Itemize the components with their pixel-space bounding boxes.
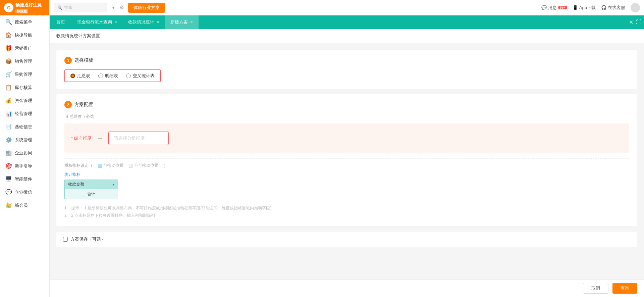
topbar-gear-icon[interactable]: ⚙: [119, 4, 124, 11]
headset-icon: 🎧: [601, 5, 606, 10]
sidebar-label-operation: 经营管理: [15, 111, 32, 117]
radio-detail[interactable]: 明细表: [98, 73, 118, 79]
sidebar-label-marketing: 营销推广: [15, 45, 32, 51]
step2-num: 2: [64, 101, 72, 108]
notification-icon: 💬: [541, 5, 547, 10]
tab-new-plan[interactable]: 新建方案 ✕: [165, 15, 199, 29]
chip-header-text: 收款金额: [68, 182, 84, 187]
sidebar-item-system[interactable]: ⚙️ 系统管理: [0, 133, 49, 146]
sidebar-item-search-menu[interactable]: 🔍 搜索菜单: [0, 15, 49, 29]
indicator-section: 模板指标设定（ 可拖动位置 不可拖动位置 ） 统计指标: [64, 163, 629, 199]
weixin-icon: 💬: [5, 189, 12, 195]
draggable-tag: 可拖动位置: [98, 163, 123, 168]
tab-close-icon[interactable]: ✕: [629, 19, 633, 26]
sidebar-item-quick-nav[interactable]: 🏠 快捷导航: [0, 29, 49, 42]
dimension-section-text: 汇总维度（必选）: [66, 114, 98, 119]
form-body: 1 选择模板 汇总表 明细表 交叉统计表: [50, 43, 644, 279]
dimension-arrow-icon: →: [97, 135, 103, 142]
topbar-search-box[interactable]: 🔍 搜索: [54, 3, 107, 12]
tab-bank-flow[interactable]: 现金银行流水查询 ✕: [72, 15, 123, 29]
tab-collection-stats-close[interactable]: ✕: [156, 20, 160, 24]
sidebar-item-weixin[interactable]: 💬 企业微信: [0, 186, 49, 199]
industry-btn[interactable]: 体验行业方案: [128, 3, 165, 13]
page-title: 收款情况统计方案设置: [56, 33, 100, 38]
sidebar-label-search-menu: 搜索菜单: [15, 19, 32, 25]
step1-num: 1: [64, 57, 72, 64]
not-draggable-dot: [129, 164, 133, 168]
step2-section: 2 方案配置 汇总维度（必选） * 纵向维度 → 请选择分组维度: [56, 94, 637, 226]
dimension-area: * 纵向维度 → 请选择分组维度: [64, 123, 629, 153]
sidebar: C 畅捷通好生意 标准版 🔍 搜索菜单 🏠 快捷导航 🎁 营销推广 📦 销售管理…: [0, 0, 50, 297]
topbar: 🔍 搜索 ▼ ⚙ 体验行业方案 💬 消息 99+ 📱 App下载 🎧 在线客服: [50, 0, 644, 15]
tab-expand-icon[interactable]: ⛶: [636, 19, 641, 25]
radio-cross-input[interactable]: [126, 73, 131, 78]
chip-header[interactable]: 收款金额 ▾: [64, 180, 118, 189]
radio-cross-label: 交叉统计表: [133, 73, 155, 79]
sidebar-item-finance[interactable]: 💰 资金管理: [0, 94, 49, 107]
sidebar-label-system: 系统管理: [15, 137, 32, 143]
online-support-label: 在线客服: [608, 5, 625, 11]
notification-badge: 99+: [558, 6, 567, 9]
system-icon: ⚙️: [5, 137, 12, 143]
online-support-item[interactable]: 🎧 在线客服: [601, 5, 625, 11]
tab-bank-flow-label: 现金银行流水查询: [77, 19, 112, 25]
sidebar-item-basic-info[interactable]: 📑 基础信息: [0, 120, 49, 133]
step1-title: 1 选择模板: [64, 57, 629, 64]
tips-area: 提示： 1.拖动标题栏可以调整布局，不可跨维度或指标区域拖动栏目字段(只能在同一…: [64, 205, 629, 219]
basic-info-icon: 📑: [5, 123, 12, 130]
dimension-select[interactable]: 请选择分组维度: [108, 132, 169, 145]
page-header: 收款情况统计方案设置: [50, 29, 644, 43]
notification-item[interactable]: 💬 消息 99+: [541, 5, 567, 11]
radio-summary-input[interactable]: [70, 73, 75, 78]
sidebar-item-inventory[interactable]: 📋 库存核算: [0, 81, 49, 94]
tab-new-plan-label: 新建方案: [170, 19, 188, 25]
dimension-section-label: 汇总维度（必选）: [64, 114, 629, 119]
tab-collection-stats[interactable]: 收款情况统计 ✕: [123, 15, 165, 29]
radio-cross[interactable]: 交叉统计表: [126, 73, 155, 79]
sidebar-item-sales[interactable]: 📦 销售管理: [0, 55, 49, 68]
tip-2: 2.点击标题栏下拉可设置排序、插入列和删除列: [64, 212, 629, 219]
sidebar-item-operation[interactable]: 📊 经营管理: [0, 107, 49, 120]
chip-body: 合计: [64, 189, 118, 199]
user-avatar[interactable]: [631, 3, 640, 12]
not-draggable-label: 不可拖动位置: [134, 163, 158, 168]
marketing-icon: 🎁: [5, 45, 12, 51]
tab-bank-flow-close[interactable]: ✕: [114, 20, 117, 24]
app-download-item[interactable]: 📱 App下载: [573, 5, 596, 11]
sidebar-label-finance: 资金管理: [15, 98, 32, 104]
tab-home[interactable]: 首页: [50, 15, 72, 29]
sidebar-item-marketing[interactable]: 🎁 营销推广: [0, 42, 49, 55]
sidebar-item-member[interactable]: 👑 畅会员: [0, 199, 49, 212]
sidebar-item-hardware[interactable]: 🖥️ 智能硬件: [0, 172, 49, 186]
sales-icon: 📦: [5, 58, 12, 64]
sidebar-item-purchase[interactable]: 🛒 采购管理: [0, 68, 49, 81]
sidebar-label-purchase: 采购管理: [15, 71, 32, 78]
sidebar-item-guide[interactable]: 🎯 新手引导: [0, 159, 49, 172]
indicator-config-text: 模板指标设定（: [64, 163, 93, 168]
save-section: 方案保存（可选）: [56, 231, 637, 247]
purchase-icon: 🛒: [5, 71, 12, 78]
query-button[interactable]: 查询: [612, 283, 637, 294]
dimension-placeholder: 请选择分组维度: [114, 135, 145, 141]
radio-summary[interactable]: 汇总表: [70, 73, 90, 79]
save-checkbox[interactable]: [63, 237, 68, 242]
topbar-dropdown-arrow[interactable]: ▼: [111, 5, 115, 10]
search-menu-icon: 🔍: [5, 19, 12, 25]
topbar-right: 💬 消息 99+ 📱 App下载 🎧 在线客服: [541, 3, 640, 12]
sidebar-item-enterprise[interactable]: 🏢 企业协同: [0, 146, 49, 159]
sidebar-label-weixin: 企业微信: [15, 189, 32, 195]
radio-detail-input[interactable]: [98, 73, 103, 78]
radio-summary-label: 汇总表: [77, 73, 90, 79]
tab-new-plan-close[interactable]: ✕: [190, 20, 193, 24]
sidebar-label-member: 畅会员: [15, 202, 28, 208]
dimension-row: * 纵向维度 → 请选择分组维度: [71, 132, 623, 145]
cancel-button[interactable]: 取消: [583, 283, 608, 294]
sidebar-label-inventory: 库存核算: [15, 85, 32, 91]
operation-icon: 📊: [5, 110, 12, 117]
chip-dropdown-icon[interactable]: ▾: [113, 183, 114, 186]
indicator-config-suffix: ）: [164, 163, 168, 168]
enterprise-icon: 🏢: [5, 150, 12, 156]
radio-detail-label: 明细表: [105, 73, 118, 79]
logo-icon: C: [4, 3, 13, 12]
step2-label: 方案配置: [74, 102, 93, 108]
